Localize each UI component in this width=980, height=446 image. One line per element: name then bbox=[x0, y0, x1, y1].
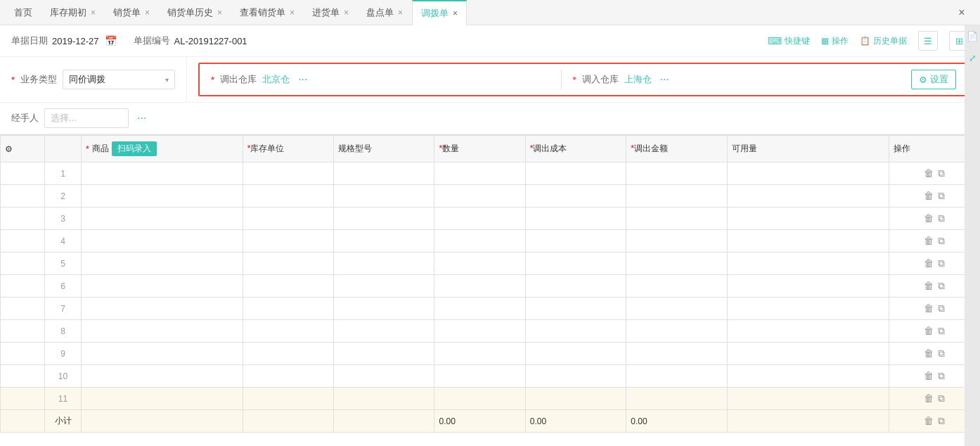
copy-icon-3[interactable]: ⧉ bbox=[938, 212, 945, 224]
cell-qty-9[interactable] bbox=[434, 343, 525, 365]
cell-product-4[interactable] bbox=[81, 230, 243, 253]
shortcuts-button[interactable]: ⌨ 快捷键 bbox=[768, 35, 810, 47]
history-button[interactable]: 📋 历史单据 bbox=[860, 35, 907, 47]
cell-cost-11[interactable] bbox=[525, 388, 626, 410]
cell-unit-2[interactable] bbox=[243, 185, 333, 208]
subtotal-copy-icon[interactable]: ⧉ bbox=[938, 415, 945, 427]
cell-spec-4[interactable] bbox=[333, 230, 434, 253]
cell-spec-6[interactable] bbox=[333, 275, 434, 298]
cell-product-2[interactable] bbox=[81, 185, 243, 208]
cell-available-1[interactable] bbox=[727, 163, 889, 185]
cell-qty-8[interactable] bbox=[434, 320, 525, 343]
cell-amount-3[interactable] bbox=[626, 208, 728, 230]
copy-icon-2[interactable]: ⧉ bbox=[938, 190, 945, 202]
copy-icon-1[interactable]: ⧉ bbox=[938, 167, 945, 179]
sidebar-note-icon[interactable]: 📄 bbox=[967, 31, 978, 42]
cell-product-5[interactable] bbox=[81, 253, 243, 275]
copy-icon-9[interactable]: ⧉ bbox=[938, 348, 945, 359]
copy-icon-6[interactable]: ⧉ bbox=[938, 280, 945, 292]
delete-icon-2[interactable]: 🗑 bbox=[924, 190, 934, 202]
th-settings[interactable]: ⚙ bbox=[1, 136, 45, 163]
cell-qty-5[interactable] bbox=[434, 253, 525, 275]
cell-qty-6[interactable] bbox=[434, 275, 525, 298]
operations-button[interactable]: ▦ 操作 bbox=[821, 35, 849, 47]
cell-cost-10[interactable] bbox=[525, 365, 626, 388]
cell-product-7[interactable] bbox=[81, 298, 243, 320]
copy-icon-10[interactable]: ⧉ bbox=[938, 370, 945, 382]
cell-available-2[interactable] bbox=[727, 185, 889, 208]
delete-icon-10[interactable]: 🗑 bbox=[924, 370, 934, 382]
cell-available-6[interactable] bbox=[727, 275, 889, 298]
cell-amount-4[interactable] bbox=[626, 230, 728, 253]
cell-unit-1[interactable] bbox=[243, 163, 333, 185]
cell-unit-10[interactable] bbox=[243, 365, 333, 388]
cell-amount-6[interactable] bbox=[626, 275, 728, 298]
cell-unit-5[interactable] bbox=[243, 253, 333, 275]
cell-unit-7[interactable] bbox=[243, 298, 333, 320]
tab-view-sales[interactable]: 查看销货单 × bbox=[231, 0, 304, 25]
tab-sales-order[interactable]: 销货单 × bbox=[105, 0, 159, 25]
cell-cost-2[interactable] bbox=[525, 185, 626, 208]
cell-product-1[interactable] bbox=[81, 163, 243, 185]
delete-icon-1[interactable]: 🗑 bbox=[924, 167, 934, 179]
cell-product-11[interactable] bbox=[81, 388, 243, 410]
tab-sales-history-close[interactable]: × bbox=[217, 8, 222, 18]
cell-amount-2[interactable] bbox=[626, 185, 728, 208]
cell-unit-11[interactable] bbox=[243, 388, 333, 410]
cell-qty-10[interactable] bbox=[434, 365, 525, 388]
tab-view-sales-close[interactable]: × bbox=[290, 8, 295, 18]
delete-icon-5[interactable]: 🗑 bbox=[924, 257, 934, 269]
copy-icon-4[interactable]: ⧉ bbox=[938, 235, 945, 247]
cell-amount-8[interactable] bbox=[626, 320, 728, 343]
cell-qty-3[interactable] bbox=[434, 208, 525, 230]
cell-cost-5[interactable] bbox=[525, 253, 626, 275]
tab-purchase-order-close[interactable]: × bbox=[344, 8, 349, 18]
cell-spec-7[interactable] bbox=[333, 298, 434, 320]
cell-amount-11[interactable] bbox=[626, 388, 728, 410]
cell-spec-5[interactable] bbox=[333, 253, 434, 275]
tab-inventory-init[interactable]: 库存期初 × bbox=[41, 0, 105, 25]
tab-transfer-order[interactable]: 调拨单 × bbox=[412, 0, 467, 25]
layout-list-button[interactable]: ☰ bbox=[918, 31, 938, 51]
tab-inventory-init-close[interactable]: × bbox=[91, 8, 96, 18]
cell-available-5[interactable] bbox=[727, 253, 889, 275]
in-warehouse-more-icon[interactable]: ··· bbox=[657, 73, 672, 86]
handler-more-icon[interactable]: ··· bbox=[134, 112, 149, 125]
cell-available-9[interactable] bbox=[727, 343, 889, 365]
cell-qty-1[interactable] bbox=[434, 163, 525, 185]
tab-sales-history[interactable]: 销货单历史 × bbox=[159, 0, 231, 25]
cell-unit-4[interactable] bbox=[243, 230, 333, 253]
cell-spec-3[interactable] bbox=[333, 208, 434, 230]
cell-qty-4[interactable] bbox=[434, 230, 525, 253]
cell-qty-11[interactable] bbox=[434, 388, 525, 410]
cell-spec-9[interactable] bbox=[333, 343, 434, 365]
cell-unit-8[interactable] bbox=[243, 320, 333, 343]
delete-icon-11[interactable]: 🗑 bbox=[924, 393, 934, 404]
copy-icon-8[interactable]: ⧉ bbox=[938, 325, 945, 337]
window-close-button[interactable]: × bbox=[949, 0, 974, 25]
tab-inventory-check[interactable]: 盘点单 × bbox=[358, 0, 412, 25]
delete-icon-7[interactable]: 🗑 bbox=[924, 302, 934, 314]
cell-available-4[interactable] bbox=[727, 230, 889, 253]
cell-cost-4[interactable] bbox=[525, 230, 626, 253]
cell-cost-6[interactable] bbox=[525, 275, 626, 298]
handler-select[interactable]: 选择... bbox=[44, 108, 129, 128]
cell-spec-2[interactable] bbox=[333, 185, 434, 208]
cell-spec-11[interactable] bbox=[333, 388, 434, 410]
cell-product-8[interactable] bbox=[81, 320, 243, 343]
cell-amount-10[interactable] bbox=[626, 365, 728, 388]
cell-amount-1[interactable] bbox=[626, 163, 728, 185]
copy-icon-11[interactable]: ⧉ bbox=[938, 393, 945, 404]
cell-spec-8[interactable] bbox=[333, 320, 434, 343]
cell-available-3[interactable] bbox=[727, 208, 889, 230]
cell-product-9[interactable] bbox=[81, 343, 243, 365]
cell-qty-2[interactable] bbox=[434, 185, 525, 208]
copy-icon-7[interactable]: ⧉ bbox=[938, 302, 945, 314]
tab-transfer-order-close[interactable]: × bbox=[453, 8, 458, 18]
out-warehouse-more-icon[interactable]: ··· bbox=[295, 73, 310, 86]
cell-cost-3[interactable] bbox=[525, 208, 626, 230]
scan-button[interactable]: 扫码录入 bbox=[112, 141, 157, 156]
delete-icon-4[interactable]: 🗑 bbox=[924, 235, 934, 247]
cell-spec-10[interactable] bbox=[333, 365, 434, 388]
subtotal-delete-icon[interactable]: 🗑 bbox=[924, 415, 934, 427]
